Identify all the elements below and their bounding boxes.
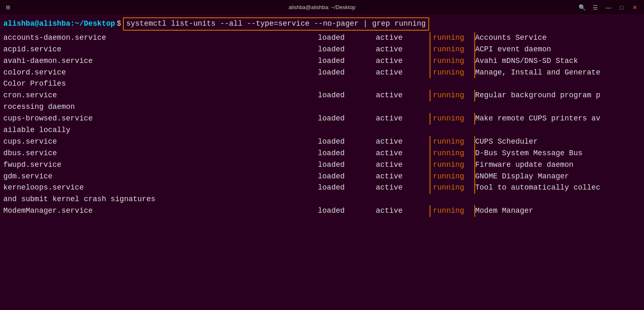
list-item: ailable locally	[3, 125, 641, 136]
service-loaded: loaded	[318, 182, 376, 194]
service-running: running	[430, 171, 475, 183]
table-row: cups.serviceloadedactiverunningCUPS Sche…	[3, 136, 641, 148]
service-desc: Avahi mDNS/DNS-SD Stack	[475, 55, 578, 67]
terminal-window: ⊞ alishba@alishba: ~/Desktop 🔍 ☰ — □ ✕ a…	[0, 0, 644, 310]
service-running: running	[430, 136, 475, 148]
titlebar-left: ⊞	[3, 3, 12, 12]
table-row: acpid.serviceloadedactiverunningACPI eve…	[3, 44, 641, 55]
service-active: active	[376, 67, 430, 79]
service-active: active	[376, 136, 430, 148]
service-running: running	[430, 159, 475, 171]
service-running: running	[430, 148, 475, 159]
service-loaded: loaded	[318, 148, 376, 159]
list-item: rocessing daemon	[3, 101, 641, 113]
service-active: active	[376, 90, 430, 101]
titlebar-controls: 🔍 ☰ — □ ✕	[576, 2, 641, 12]
service-running: running	[430, 90, 475, 101]
table-row: accounts-daemon.serviceloadedactiverunni…	[3, 32, 641, 44]
menu-button[interactable]: ☰	[589, 2, 601, 12]
service-active: active	[376, 182, 430, 194]
table-row: cups-browsed.serviceloadedactiverunningM…	[3, 113, 641, 125]
service-running: running	[430, 205, 475, 217]
service-loaded: loaded	[318, 32, 376, 44]
service-desc: ACPI event daemon	[475, 44, 551, 55]
service-desc: Firmware update daemon	[475, 159, 574, 171]
service-active: active	[376, 55, 430, 67]
service-desc: Make remote CUPS printers av	[475, 113, 600, 125]
close-button[interactable]: ✕	[629, 2, 641, 12]
service-name: dbus.service	[3, 148, 318, 159]
service-loaded: loaded	[318, 90, 376, 101]
service-running: running	[430, 32, 475, 44]
service-active: active	[376, 205, 430, 217]
table-row: ModemManager.serviceloadedactiverunningM…	[3, 205, 641, 217]
service-loaded: loaded	[318, 159, 376, 171]
service-desc: D-Bus System Message Bus	[475, 148, 582, 159]
service-name: kerneloops.service	[3, 182, 318, 194]
service-loaded: loaded	[318, 55, 376, 67]
service-name: cups.service	[3, 136, 318, 148]
service-list: accounts-daemon.serviceloadedactiverunni…	[3, 32, 641, 217]
prompt-user: alishba@alishba	[3, 18, 70, 30]
window-title: alishba@alishba: ~/Desktop	[288, 4, 356, 10]
service-desc: Accounts Service	[475, 32, 547, 44]
table-row: kerneloops.serviceloadedactiverunningToo…	[3, 182, 641, 194]
service-active: active	[376, 44, 430, 55]
service-name: avahi-daemon.service	[3, 55, 318, 67]
list-item: Color Profiles	[3, 78, 641, 90]
service-active: active	[376, 171, 430, 183]
service-active: active	[376, 113, 430, 125]
service-name: ModemManager.service	[3, 205, 318, 217]
titlebar: ⊞ alishba@alishba: ~/Desktop 🔍 ☰ — □ ✕	[0, 0, 644, 15]
service-name: acpid.service	[3, 44, 318, 55]
service-loaded: loaded	[318, 171, 376, 183]
service-active: active	[376, 159, 430, 171]
table-row: avahi-daemon.serviceloadedactiverunningA…	[3, 55, 641, 67]
prompt-path: :~/Desktop	[70, 18, 115, 30]
table-row: colord.serviceloadedactiverunningManage,…	[3, 67, 641, 79]
service-desc: Regular background program p	[475, 90, 600, 101]
service-loaded: loaded	[318, 113, 376, 125]
service-loaded: loaded	[318, 136, 376, 148]
service-running: running	[430, 182, 475, 194]
service-running: running	[430, 113, 475, 125]
service-name: gdm.service	[3, 171, 318, 183]
service-desc: Tool to automatically collec	[475, 182, 600, 194]
search-button[interactable]: 🔍	[576, 2, 588, 12]
service-loaded: loaded	[318, 205, 376, 217]
service-name: cups-browsed.service	[3, 113, 318, 125]
service-desc: Manage, Install and Generate	[475, 67, 600, 79]
service-name: accounts-daemon.service	[3, 32, 318, 44]
terminal-content[interactable]: alishba@alishba :~/Desktop $ systemctl l…	[0, 15, 644, 310]
service-running: running	[430, 67, 475, 79]
service-name: cron.service	[3, 90, 318, 101]
maximize-button[interactable]: □	[616, 2, 627, 12]
service-loaded: loaded	[318, 67, 376, 79]
terminal-icon: ⊞	[3, 3, 12, 12]
service-desc: GNOME Display Manager	[475, 171, 569, 183]
list-item: and submit kernel crash signatures	[3, 194, 641, 205]
service-active: active	[376, 148, 430, 159]
prompt-line: alishba@alishba :~/Desktop $ systemctl l…	[3, 17, 641, 31]
service-running: running	[430, 55, 475, 67]
service-loaded: loaded	[318, 44, 376, 55]
table-row: dbus.serviceloadedactiverunningD-Bus Sys…	[3, 148, 641, 159]
service-active: active	[376, 32, 430, 44]
table-row: fwupd.serviceloadedactiverunningFirmware…	[3, 159, 641, 171]
prompt-command: systemctl list-units --all --type=servic…	[123, 17, 429, 31]
table-row: cron.serviceloadedactiverunningRegular b…	[3, 90, 641, 101]
table-row: gdm.serviceloadedactiverunningGNOME Disp…	[3, 171, 641, 183]
minimize-button[interactable]: —	[603, 2, 614, 12]
prompt-dollar: $	[117, 18, 121, 30]
service-desc: CUPS Scheduler	[475, 136, 538, 148]
service-running: running	[430, 44, 475, 55]
service-name: colord.service	[3, 67, 318, 79]
service-desc: Modem Manager	[475, 205, 533, 217]
service-name: fwupd.service	[3, 159, 318, 171]
